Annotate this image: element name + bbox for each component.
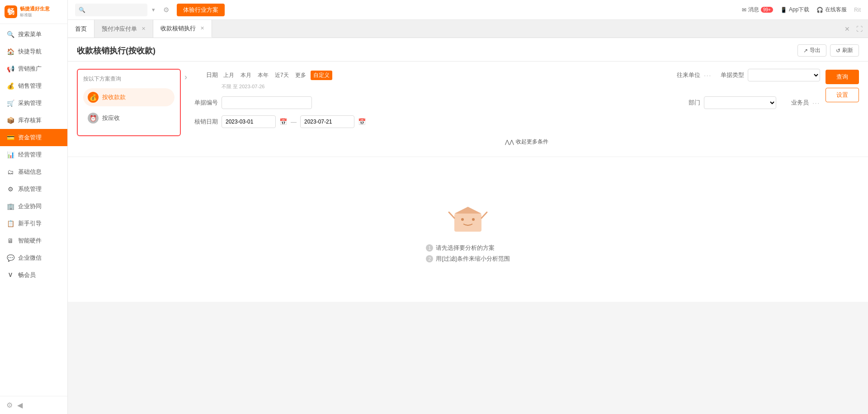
sidebar-item-quicknav[interactable]: 🏠 快捷导航: [0, 43, 67, 60]
sidebar-item-inventory[interactable]: 📦 库存核算: [0, 112, 67, 129]
calendar-start-icon[interactable]: 📅: [279, 118, 287, 125]
sidebar-item-enterprise[interactable]: 🏢 企业协同: [0, 198, 67, 215]
verify-date-start-input[interactable]: [222, 115, 276, 128]
sidebar-item-wechat[interactable]: 💬 企业微信: [0, 249, 67, 266]
filter-option-by-receivable[interactable]: ⏰ 按应收: [83, 109, 175, 127]
date-this-month[interactable]: 本月: [239, 71, 253, 80]
date-label: 日期: [194, 71, 218, 79]
partner-input[interactable]: ···: [704, 72, 712, 79]
expand-tabs-icon[interactable]: ⛶: [854, 24, 864, 34]
sidebar-item-guide[interactable]: 📋 新手引导: [0, 215, 67, 232]
staff-input[interactable]: ···: [812, 100, 820, 106]
sidebar-item-basic[interactable]: 🗂 基础信息: [0, 163, 67, 181]
tab-collection[interactable]: 收款核销执行 ✕: [153, 20, 212, 38]
hardware-icon: 🖥: [6, 237, 14, 245]
filter-collapse-icon[interactable]: ›: [184, 72, 187, 82]
sidebar-bottom: ⚙ ◀: [0, 396, 67, 414]
finance-icon: 💳: [6, 133, 14, 142]
tabbar-actions: ✕ ⛶: [843, 24, 868, 34]
topbar-gear-icon[interactable]: ⚙: [160, 4, 172, 16]
date-custom[interactable]: 自定义: [311, 71, 332, 80]
date-shortcuts: 上月 本月 本年 近7天 更多 自定义: [222, 71, 332, 80]
message-button[interactable]: ✉ 消息 99+: [742, 6, 773, 14]
tab-home[interactable]: 首页: [68, 20, 94, 38]
logo-badge: 标准版: [20, 12, 50, 18]
settings-bottom-icon[interactable]: ⚙: [6, 401, 13, 409]
empty-tip-2: 用[过滤]条件来缩小分析范围: [426, 255, 509, 263]
refresh-button[interactable]: ↺ 刷新: [830, 44, 859, 57]
guide-icon: 📋: [6, 219, 14, 228]
filter-scheme-panel: 按以下方案查询 💰 按收款款 ⏰ 按应收: [77, 69, 181, 136]
page-header-actions: ↗ 导出 ↺ 刷新: [797, 44, 859, 57]
industry-solution-button[interactable]: 体验行业方案: [177, 4, 225, 16]
tab-prepay-close[interactable]: ✕: [142, 26, 146, 32]
sidebar-label-quicknav: 快捷导航: [18, 48, 42, 56]
topbar-dropdown-icon[interactable]: ▾: [152, 6, 155, 13]
filter-date-item: 日期 上月 本月 本年 近7天 更多 自定义: [194, 71, 668, 80]
sidebar-item-member[interactable]: V 畅会员: [0, 266, 67, 284]
page-content: 收款核销执行(按收款) ↗ 导出 ↺ 刷新 按以下方案查询 💰: [68, 38, 868, 414]
svg-rect-0: [454, 214, 481, 232]
marketing-icon: 📢: [6, 65, 14, 73]
app-download-label: App下载: [789, 6, 809, 14]
sidebar-item-hardware[interactable]: 🖥 智能硬件: [0, 232, 67, 249]
online-service-button[interactable]: 🎧 在线客服: [816, 6, 847, 14]
verify-date-end-input[interactable]: [300, 115, 354, 128]
date-range-dash: —: [291, 119, 297, 125]
svg-line-4: [481, 212, 487, 218]
sidebar-item-marketing[interactable]: 📢 营销推广: [0, 60, 67, 77]
sidebar-item-system[interactable]: ⚙ 系统管理: [0, 181, 67, 198]
sidebar-item-sales[interactable]: 💰 销售管理: [0, 77, 67, 95]
enterprise-icon: 🏢: [6, 202, 14, 210]
topbar-right: ✉ 消息 99+ 📱 App下载 🎧 在线客服 Rit: [742, 6, 861, 14]
tab-prepay[interactable]: 预付冲应付单 ✕: [94, 20, 153, 38]
empty-tip-1: 请先选择要分析的方案: [426, 244, 509, 252]
tab-prepay-label: 预付冲应付单: [102, 25, 137, 33]
app-download-button[interactable]: 📱 App下载: [780, 6, 809, 14]
calendar-end-icon[interactable]: 📅: [358, 118, 366, 125]
sidebar-label-system: 系统管理: [18, 185, 42, 193]
date-more[interactable]: 更多: [293, 71, 308, 80]
partner-label: 往来单位: [677, 71, 700, 79]
dept-select[interactable]: [704, 96, 776, 109]
sidebar-label-sales: 销售管理: [18, 82, 42, 90]
tab-collection-label: 收款核销执行: [160, 24, 196, 33]
doc-type-select[interactable]: [748, 69, 820, 81]
close-all-tabs-icon[interactable]: ✕: [843, 24, 852, 34]
sidebar-item-purchase[interactable]: 🛒 采购管理: [0, 95, 67, 112]
tabbar: 首页 预付冲应付单 ✕ 收款核销执行 ✕ ✕ ⛶: [68, 20, 868, 38]
refresh-icon: ↺: [836, 48, 840, 54]
user-name[interactable]: Rit: [854, 7, 861, 13]
sidebar-item-search[interactable]: 🔍 搜索菜单: [0, 26, 67, 43]
filter-option-by-collection[interactable]: 💰 按收款款: [83, 88, 175, 106]
sidebar-label-marketing: 营销推广: [18, 65, 42, 73]
member-icon: V: [6, 271, 14, 279]
logo-icon: 畅: [5, 5, 17, 18]
date-7days[interactable]: 近7天: [273, 71, 291, 80]
sidebar-item-finance[interactable]: 💳 资金管理: [0, 129, 67, 146]
filter-row-2: 单据编号 部门 业务员 ···: [194, 96, 820, 109]
main-area: 🔍 ▾ ⚙ 体验行业方案 ✉ 消息 99+ 📱 App下载 🎧 在线客服 Rit: [68, 0, 868, 414]
collapse-more-label: 收起更多条件: [516, 138, 548, 146]
date-last-month[interactable]: 上月: [222, 71, 236, 80]
export-button[interactable]: ↗ 导出: [797, 44, 826, 57]
date-this-year[interactable]: 本年: [256, 71, 270, 80]
sidebar-item-operation[interactable]: 📊 经营管理: [0, 146, 67, 163]
empty-tips-list: 请先选择要分析的方案 用[过滤]条件来缩小分析范围: [426, 244, 509, 266]
receivable-icon: ⏰: [88, 113, 99, 124]
page-title: 收款核销执行(按收款): [77, 45, 156, 56]
tab-home-label: 首页: [75, 25, 87, 33]
query-button[interactable]: 查询: [826, 70, 859, 84]
filter-verify-date-item: 核销日期 📅 — 📅: [194, 115, 820, 128]
filter-area: 按以下方案查询 💰 按收款款 ⏰ 按应收 ›: [68, 62, 868, 157]
collapse-more-button[interactable]: ⋀⋀ 收起更多条件: [194, 134, 859, 149]
sidebar-nav: 🔍 搜索菜单 🏠 快捷导航 📢 营销推广 💰 销售管理 🛒 采购管理 📦 库存核…: [0, 24, 67, 396]
online-service-label: 在线客服: [825, 6, 847, 14]
collapse-sidebar-icon[interactable]: ◀: [17, 401, 23, 409]
inventory-icon: 📦: [6, 116, 14, 124]
settings-button[interactable]: 设置: [826, 88, 859, 102]
page-header: 收款核销执行(按收款) ↗ 导出 ↺ 刷新: [68, 38, 868, 62]
docno-input[interactable]: [222, 96, 312, 109]
tab-collection-close[interactable]: ✕: [200, 25, 204, 31]
topbar-search-box[interactable]: 🔍: [75, 4, 147, 16]
